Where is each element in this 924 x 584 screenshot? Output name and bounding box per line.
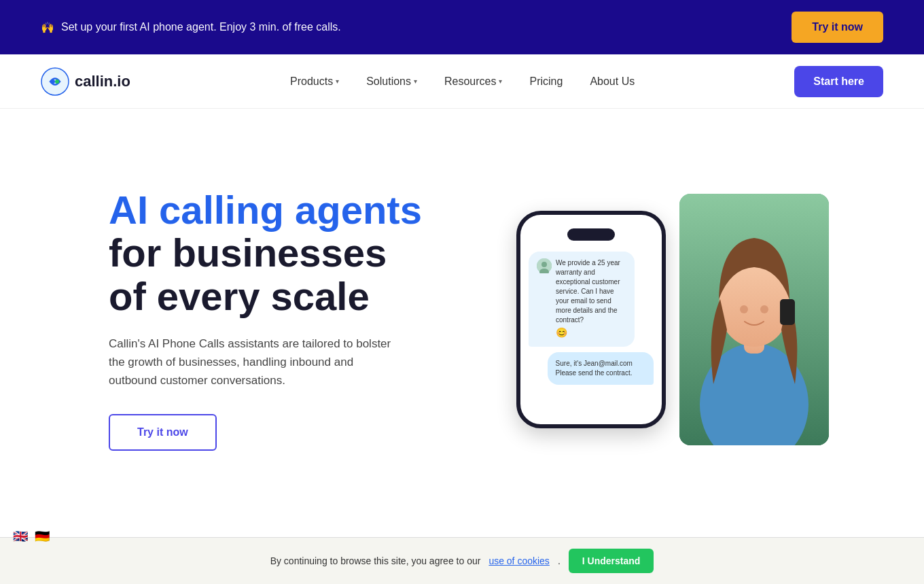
hero-section: AI calling agents for businesses of ever… bbox=[0, 109, 924, 517]
phone-notch bbox=[567, 228, 615, 241]
logo[interactable]: callin.io bbox=[41, 67, 130, 96]
hero-title: AI calling agents for businesses of ever… bbox=[109, 188, 435, 318]
chevron-down-icon: ▾ bbox=[414, 78, 417, 85]
banner-message: 🙌 Set up your first AI phone agent. Enjo… bbox=[41, 21, 341, 34]
chat-bubble-received-1: We provide a 25 year warranty and except… bbox=[529, 252, 635, 347]
chat-bubble-sent-1: Sure, it's Jean@mail.com Please send the… bbox=[548, 352, 654, 385]
nav-item-pricing[interactable]: Pricing bbox=[518, 70, 573, 93]
nav-products-label: Products bbox=[290, 75, 333, 88]
phone-mockup: We provide a 25 year warranty and except… bbox=[516, 211, 666, 428]
navbar: callin.io Products ▾ Solutions ▾ Resourc… bbox=[0, 54, 924, 109]
logo-text: callin.io bbox=[75, 73, 130, 90]
top-banner: 🙌 Set up your first AI phone agent. Enjo… bbox=[0, 0, 924, 54]
hero-images: We provide a 25 year warranty and except… bbox=[462, 194, 883, 445]
nav-item-about[interactable]: About Us bbox=[579, 70, 645, 93]
chevron-down-icon: ▾ bbox=[336, 78, 339, 85]
banner-emoji: 🙌 bbox=[41, 21, 54, 34]
hero-subtitle: Callin's AI Phone Calls assistants are t… bbox=[109, 334, 394, 390]
person-image bbox=[679, 194, 829, 445]
hero-title-highlight: AI calling agents bbox=[109, 188, 422, 232]
start-here-button[interactable]: Start here bbox=[794, 66, 883, 97]
banner-cta-button[interactable]: Try it now bbox=[792, 12, 883, 43]
svg-point-1 bbox=[51, 80, 55, 84]
nav-item-solutions[interactable]: Solutions ▾ bbox=[355, 70, 428, 93]
nav-item-resources[interactable]: Resources ▾ bbox=[433, 70, 513, 93]
nav-links: Products ▾ Solutions ▾ Resources ▾ Prici… bbox=[279, 70, 645, 93]
person-silhouette bbox=[679, 194, 829, 445]
nav-pricing-label: Pricing bbox=[529, 75, 563, 88]
svg-point-4 bbox=[541, 262, 547, 267]
svg-rect-12 bbox=[780, 299, 795, 325]
banner-text-content: Set up your first AI phone agent. Enjoy … bbox=[61, 21, 341, 33]
chevron-down-icon: ▾ bbox=[499, 78, 502, 85]
svg-point-11 bbox=[760, 305, 768, 313]
chat-text-1: We provide a 25 year warranty and except… bbox=[556, 258, 626, 340]
hero-cta-button[interactable]: Try it now bbox=[109, 414, 217, 451]
hero-content: AI calling agents for businesses of ever… bbox=[109, 188, 435, 451]
svg-point-2 bbox=[55, 80, 59, 84]
hero-title-rest: for businesses of every scale bbox=[109, 230, 387, 318]
chat-area: We provide a 25 year warranty and except… bbox=[529, 252, 654, 416]
nav-solutions-label: Solutions bbox=[366, 75, 411, 88]
logo-icon bbox=[41, 67, 69, 96]
chat-avatar bbox=[537, 258, 552, 273]
svg-point-10 bbox=[740, 305, 748, 313]
emoji-reaction: 😊 bbox=[556, 326, 626, 340]
nav-about-label: About Us bbox=[590, 75, 635, 88]
nav-item-products[interactable]: Products ▾ bbox=[279, 70, 350, 93]
nav-resources-label: Resources bbox=[444, 75, 496, 88]
